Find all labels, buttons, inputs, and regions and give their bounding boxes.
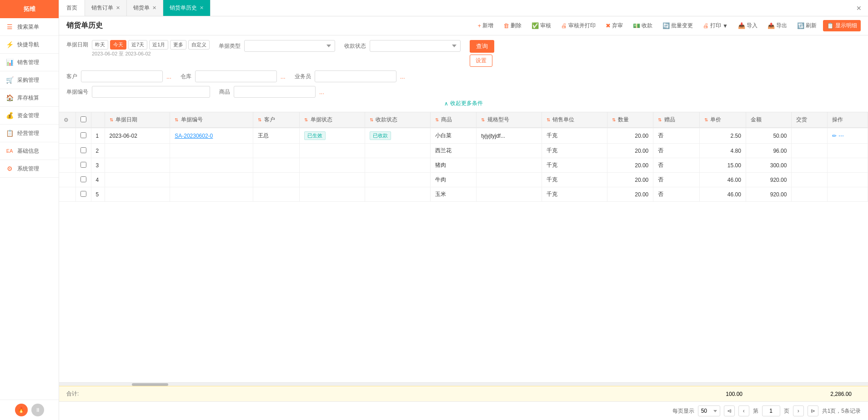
th-settings[interactable]: ⚙ <box>59 112 75 128</box>
select-all-checkbox[interactable] <box>80 116 86 122</box>
sort-icon: ⇅ <box>547 117 550 122</box>
row-checkbox[interactable] <box>80 176 86 182</box>
sidebar-item-finance[interactable]: 💰 资金管理 <box>0 107 59 125</box>
warehouse-ellipsis[interactable]: ... <box>281 73 286 80</box>
sidebar-item-sales-mgmt[interactable]: 📊 销售管理 <box>0 54 59 71</box>
tab-close-sales-order[interactable]: ✕ <box>116 5 120 11</box>
sidebar-item-operations[interactable]: 📋 经营管理 <box>0 125 59 142</box>
next-page-btn[interactable]: › <box>793 405 804 416</box>
th-date[interactable]: ⇅ 单据日期 <box>105 112 170 128</box>
customer-ellipsis[interactable]: ... <box>166 73 171 80</box>
goods-input[interactable] <box>234 86 316 98</box>
doc-no-input[interactable] <box>92 86 210 98</box>
goods-ellipsis[interactable]: ... <box>319 89 324 95</box>
tab-close-sale-goods[interactable]: ✕ <box>152 5 156 11</box>
row-checkbox[interactable] <box>80 162 86 168</box>
th-unit[interactable]: ⇅ 销售单位 <box>542 112 607 128</box>
page-label: 第 <box>753 407 758 415</box>
row-checkbox[interactable] <box>80 191 86 197</box>
last-page-btn[interactable]: ⊳ <box>808 405 818 416</box>
th-collect-status[interactable]: ⇅ 收款状态 <box>365 112 430 128</box>
page-size-select[interactable]: 20 50 100 <box>698 405 720 416</box>
th-goods[interactable]: ⇅ 商品 <box>430 112 477 128</box>
refresh-button[interactable]: 🔃 刷新 <box>793 20 820 31</box>
pagination-bar: 每页显示 20 50 100 ⊲ ‹ 第 1 页 › ⊳ 共1页，5条记录 <box>59 401 868 420</box>
date-btn-7days[interactable]: 近7天 <box>128 40 147 50</box>
sidebar-item-search-menu[interactable]: ☰ 搜索菜单 <box>0 18 59 36</box>
th-unit-price[interactable]: ⇅ 单价 <box>700 112 746 128</box>
tab-sale-goods[interactable]: 销货单 ✕ <box>127 0 163 16</box>
doc-type-select[interactable] <box>244 40 335 52</box>
date-btn-yesterday[interactable]: 昨天 <box>92 40 108 50</box>
settings-icon[interactable]: ⚙ <box>64 117 69 123</box>
sort-icon: ⇅ <box>704 117 708 122</box>
tab-sales-order[interactable]: 销售订单 ✕ <box>85 0 127 16</box>
tab-home[interactable]: 首页 <box>59 0 85 16</box>
collect-button[interactable]: 💵 收款 <box>629 20 656 31</box>
doc-no-link[interactable]: SA-20230602-0 <box>175 133 213 139</box>
customer-input[interactable] <box>81 70 163 82</box>
date-btn-1month[interactable]: 近1月 <box>149 40 168 50</box>
salesman-label: 业务员 <box>295 73 311 80</box>
sidebar-item-base-info[interactable]: EA 基础信息 <box>0 142 59 160</box>
th-doc-status[interactable]: ⇅ 单据状态 <box>300 112 365 128</box>
settings-button[interactable]: 设置 <box>470 55 492 67</box>
sidebar-item-label: 销售管理 <box>17 59 39 66</box>
th-customer[interactable]: ⇅ 客户 <box>253 112 300 128</box>
sort-icon: ⇅ <box>481 117 485 122</box>
th-gift[interactable]: ⇅ 赠品 <box>653 112 700 128</box>
export-button[interactable]: 📤 导出 <box>764 20 791 31</box>
row-checkbox[interactable] <box>80 132 86 138</box>
page-size-label: 每页显示 <box>672 407 694 415</box>
delete-button[interactable]: 🗑 删除 <box>500 20 525 31</box>
sidebar-btn1[interactable]: 🔥 <box>15 404 28 416</box>
show-detail-button[interactable]: 📋 显示明细 <box>823 20 861 31</box>
collapse-icon: ∧ <box>444 100 448 107</box>
customer-filter: 客户 ... <box>66 70 171 82</box>
add-button[interactable]: + 新增 <box>474 20 497 31</box>
scroll-bar[interactable] <box>59 382 868 386</box>
page-input[interactable]: 1 <box>762 405 780 416</box>
prev-page-btn[interactable]: ‹ <box>738 405 749 416</box>
sidebar-item-label: 经营管理 <box>17 130 39 137</box>
sidebar-btn2[interactable]: ⏸ <box>31 404 44 416</box>
scroll-thumb[interactable] <box>132 383 168 386</box>
table-row: 12023-06-02SA-20230602-0王总已生效已收款小白菜tyjyj… <box>59 128 868 144</box>
date-btn-custom[interactable]: 自定义 <box>188 40 210 50</box>
salesman-ellipsis[interactable]: ... <box>400 73 405 80</box>
salesman-input[interactable] <box>315 70 396 82</box>
print-button[interactable]: 🖨 打印 ▼ <box>699 20 732 31</box>
abandon-button[interactable]: ✖ 弃审 <box>602 20 627 31</box>
date-btn-today[interactable]: 今天 <box>110 40 126 50</box>
query-button[interactable]: 查询 <box>470 40 494 53</box>
date-filter-col: 单据日期 昨天 今天 近7天 近1月 更多 自定义 2023-06-02 至 2… <box>66 40 210 57</box>
action-更多[interactable]: ⋯ <box>838 133 844 139</box>
action-编辑[interactable]: ✏ <box>832 133 837 139</box>
date-btn-more[interactable]: 更多 <box>170 40 186 50</box>
first-page-btn[interactable]: ⊲ <box>724 405 735 416</box>
warehouse-input[interactable] <box>195 70 277 82</box>
th-spec[interactable]: ⇅ 规格型号 <box>477 112 542 128</box>
tab-sale-history[interactable]: 销货单历史 ✕ <box>163 0 211 16</box>
sales-mgmt-icon: 📊 <box>5 58 14 66</box>
th-quantity[interactable]: ⇅ 数量 <box>607 112 653 128</box>
row-checkbox[interactable] <box>80 147 86 153</box>
audit-print-button[interactable]: 🖨 审核并打印 <box>557 20 599 31</box>
collect-status-select[interactable] <box>370 40 461 52</box>
sidebar-item-label: 基础信息 <box>17 147 39 155</box>
sidebar-item-purchase-mgmt[interactable]: 🛒 采购管理 <box>0 71 59 89</box>
print-arrow-icon: ▼ <box>722 23 728 29</box>
sidebar-item-inventory[interactable]: 🏠 库存核算 <box>0 89 59 107</box>
tab-bar-close-all[interactable]: ✕ <box>850 5 868 12</box>
sidebar-item-system-mgmt[interactable]: ⚙ 系统管理 <box>0 160 59 178</box>
export-icon: 📤 <box>768 22 775 29</box>
tab-close-sale-history[interactable]: ✕ <box>200 5 204 11</box>
th-doc-no[interactable]: ⇅ 单据编号 <box>170 112 253 128</box>
sidebar-item-quick-nav[interactable]: ⚡ 快捷导航 <box>0 36 59 54</box>
batch-change-button[interactable]: 🔄 批量变更 <box>659 20 697 31</box>
th-transaction: 交货 <box>792 112 827 128</box>
batch-change-icon: 🔄 <box>662 22 670 29</box>
audit-button[interactable]: ✅ 审核 <box>528 20 555 31</box>
import-button[interactable]: 📥 导入 <box>734 20 761 31</box>
collapse-btn[interactable]: ∧ 收起更多条件 <box>66 100 861 107</box>
